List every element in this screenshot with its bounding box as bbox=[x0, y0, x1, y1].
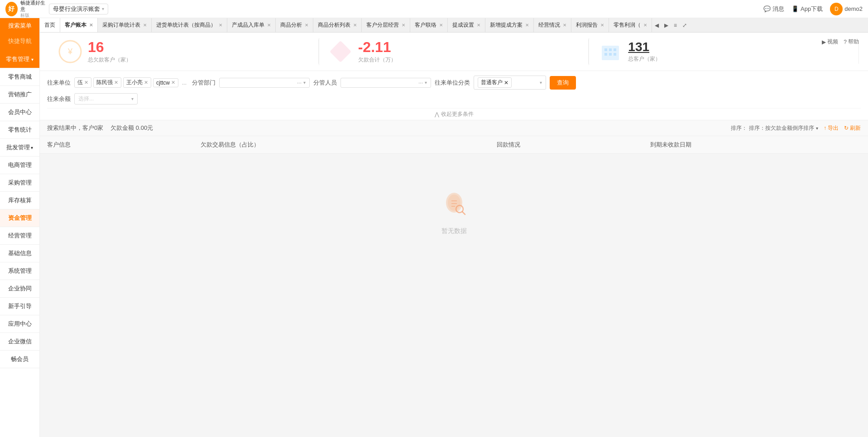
remove-tag-wu[interactable]: ✕ bbox=[84, 80, 88, 86]
stats-bar: ¥ 16 总欠款客户（家） -2.11 欠款合计（万） bbox=[40, 33, 868, 71]
industry-selector[interactable]: 母婴行业演示账套 ▾ bbox=[49, 4, 108, 14]
filter-tag-wu[interactable]: 伍 ✕ bbox=[74, 77, 91, 88]
stat-debt-amount-text: -2.11 欠款合计（万） bbox=[358, 40, 396, 64]
remove-tag-cjttcw[interactable]: ✕ bbox=[171, 80, 175, 86]
sidebar-item-purchase-mgmt[interactable]: 采购管理 bbox=[0, 174, 39, 192]
unit-cat-selector[interactable]: 普通客户 ✕ ▾ bbox=[474, 76, 546, 90]
dept-dots: ··· bbox=[297, 80, 302, 86]
tab-close-icon[interactable]: ✕ bbox=[143, 23, 147, 28]
remove-unit-cat[interactable]: ✕ bbox=[504, 80, 508, 86]
sidebar-item-marketing[interactable]: 营销推广 bbox=[0, 86, 39, 104]
tab-product-analysis-list[interactable]: 商品分析列表 ✕ bbox=[313, 18, 362, 32]
tab-retail-profit[interactable]: 零售利润（ ✕ bbox=[609, 18, 652, 32]
video-btn[interactable]: ▶ 视频 bbox=[822, 38, 838, 46]
sidebar-item-app-center[interactable]: 应用中心 bbox=[0, 315, 39, 333]
sidebar-search[interactable]: 搜索菜单 bbox=[0, 18, 39, 33]
tab-profit-report[interactable]: 利润报告 ✕ bbox=[571, 18, 609, 32]
tab-add-commission-plan[interactable]: 新增提成方案 ✕ bbox=[485, 18, 534, 32]
sidebar-item-inventory[interactable]: 库存核算 bbox=[0, 192, 39, 209]
user-menu[interactable]: D demo2 bbox=[830, 3, 863, 15]
main-layout: 搜索菜单 快捷导航 零售管理 ▾ 零售商城 营销推广 会员中心 零售统计 批发管… bbox=[0, 18, 868, 437]
tab-close-icon[interactable]: ✕ bbox=[267, 23, 271, 28]
filter-tag-chen[interactable]: 陈民强 ✕ bbox=[93, 77, 121, 88]
col-overdue-date: 到期未收款日期 bbox=[643, 136, 868, 154]
sidebar-item-retail-mall[interactable]: 零售商城 bbox=[0, 68, 39, 86]
tab-home[interactable]: 首页 bbox=[40, 18, 60, 32]
dept-selector[interactable]: ··· ▾ bbox=[219, 78, 310, 88]
collapse-bar[interactable]: ⋀ 收起更多条件 bbox=[47, 108, 861, 120]
tab-close-icon[interactable]: ✕ bbox=[353, 23, 357, 28]
table-header-row: 客户信息 欠款交易信息（占比） 回款情况 到期未收款日期 bbox=[40, 136, 868, 154]
tab-close-icon[interactable]: ✕ bbox=[402, 23, 405, 28]
sidebar-item-retail-mgmt[interactable]: 零售管理 ▾ bbox=[0, 51, 39, 68]
app-download-btn[interactable]: 📱 App下载 bbox=[791, 5, 823, 13]
tab-commission-settings[interactable]: 提成设置 ✕ bbox=[448, 18, 485, 32]
balance-selector[interactable]: 选择... ▾ bbox=[74, 93, 138, 104]
tab-expand-btn[interactable]: ⤢ bbox=[680, 18, 690, 32]
person-selector[interactable]: ··· ▾ bbox=[340, 78, 431, 88]
tab-close-icon[interactable]: ✕ bbox=[219, 23, 222, 28]
sidebar-item-vip-member[interactable]: 畅会员 bbox=[0, 351, 39, 368]
sidebar-item-finance-mgmt[interactable]: 资金管理 bbox=[0, 209, 39, 227]
filter-row-1: 往来单位 伍 ✕ 陈民强 ✕ 王小亮 ✕ cjttcw ✕ ... 分管部门 ·… bbox=[47, 76, 861, 90]
refresh-icon: ↻ bbox=[844, 125, 849, 131]
tab-close-icon[interactable]: ✕ bbox=[643, 23, 647, 28]
tab-close-icon[interactable]: ✕ bbox=[89, 23, 93, 28]
remove-tag-wang[interactable]: ✕ bbox=[144, 80, 148, 86]
messages-btn[interactable]: 💬 消息 bbox=[763, 5, 784, 13]
sidebar-item-retail-stats[interactable]: 零售统计 bbox=[0, 121, 39, 139]
tab-import-stats-by-product[interactable]: 进货单统计表（按商品） ✕ bbox=[152, 18, 227, 32]
tab-next-btn[interactable]: ▶ bbox=[662, 18, 671, 32]
owner-unit-tags: 伍 ✕ 陈民强 ✕ 王小亮 ✕ cjttcw ✕ ... bbox=[74, 77, 188, 88]
remove-tag-chen[interactable]: ✕ bbox=[114, 80, 118, 86]
logo-icon: 好 bbox=[5, 2, 18, 16]
top-bar-left: 好 畅捷通好生意 标版 母婴行业演示账套 ▾ bbox=[5, 0, 108, 18]
balance-chevron-icon: ▾ bbox=[131, 96, 134, 101]
tab-product-analysis[interactable]: 商品分析 ✕ bbox=[276, 18, 313, 32]
sidebar-item-system-mgmt[interactable]: 系统管理 bbox=[0, 262, 39, 280]
stat-total-customers: 131 总客户（家） bbox=[589, 39, 859, 64]
debt-customers-icon: ¥ bbox=[58, 39, 82, 64]
filter-tag-wang[interactable]: 王小亮 ✕ bbox=[123, 77, 151, 88]
tab-close-icon[interactable]: ✕ bbox=[477, 23, 480, 28]
refresh-button[interactable]: ↻ 刷新 bbox=[844, 124, 861, 132]
tab-close-icon[interactable]: ✕ bbox=[305, 23, 308, 28]
query-button[interactable]: 查询 bbox=[550, 76, 576, 90]
tab-operations[interactable]: 经营情况 ✕ bbox=[534, 18, 571, 32]
tab-close-icon[interactable]: ✕ bbox=[439, 23, 443, 28]
sidebar-item-operation-mgmt[interactable]: 经营管理 bbox=[0, 227, 39, 245]
debt-icon-svg bbox=[328, 39, 353, 64]
sidebar-item-enterprise-coop[interactable]: 企业协同 bbox=[0, 280, 39, 298]
table-empty-row: 暂无数据 bbox=[40, 154, 868, 267]
filter-more-tags[interactable]: ... bbox=[180, 79, 188, 87]
export-icon: ↑ bbox=[824, 125, 826, 131]
sidebar-item-member-center[interactable]: 会员中心 bbox=[0, 104, 39, 121]
tab-close-icon[interactable]: ✕ bbox=[563, 23, 566, 28]
tab-customer-accounts[interactable]: 客户账本 ✕ bbox=[60, 18, 98, 32]
tab-close-icon[interactable]: ✕ bbox=[600, 23, 604, 28]
tab-menu-btn[interactable]: ≡ bbox=[671, 18, 680, 32]
top-bar-right: 💬 消息 📱 App下载 D demo2 bbox=[763, 3, 863, 15]
tab-customer-segment[interactable]: 客户分层经营 ✕ bbox=[362, 18, 410, 32]
col-repayment: 回款情况 bbox=[489, 136, 643, 154]
sidebar-item-enterprise-wechat[interactable]: 企业微信 bbox=[0, 333, 39, 351]
tab-purchase-order-stats[interactable]: 采购订单统计表 ✕ bbox=[98, 18, 152, 32]
debt-customers-label: 总欠款客户（家） bbox=[88, 56, 131, 64]
help-btn[interactable]: ? 帮助 bbox=[844, 38, 859, 46]
empty-state: 暂无数据 bbox=[47, 158, 861, 262]
tab-close-icon[interactable]: ✕ bbox=[525, 23, 529, 28]
play-icon: ▶ bbox=[822, 39, 826, 45]
sidebar-item-basic-info[interactable]: 基础信息 bbox=[0, 245, 39, 262]
export-button[interactable]: ↑ 导出 bbox=[824, 124, 839, 132]
filter-area: 往来单位 伍 ✕ 陈民强 ✕ 王小亮 ✕ cjttcw ✕ ... 分管部门 ·… bbox=[40, 71, 868, 120]
unit-cat-tag[interactable]: 普通客户 ✕ bbox=[478, 77, 512, 88]
tab-production-inbound[interactable]: 产成品入库单 ✕ bbox=[227, 18, 276, 32]
sidebar-item-ecommerce-mgmt[interactable]: 电商管理 bbox=[0, 157, 39, 174]
sidebar-item-new-guide[interactable]: 新手引导 bbox=[0, 298, 39, 315]
filter-tag-cjttcw[interactable]: cjttcw ✕ bbox=[153, 78, 178, 87]
tab-customer-contact[interactable]: 客户联络 ✕ bbox=[410, 18, 448, 32]
sort-selector[interactable]: 排序： 排序：按欠款金额倒序排序 ▾ bbox=[731, 124, 818, 132]
sidebar-item-quick-nav[interactable]: 快捷导航 bbox=[3, 35, 37, 47]
tab-prev-btn[interactable]: ◀ bbox=[652, 18, 662, 32]
sidebar-item-wholesale-mgmt[interactable]: 批发管理 ▾ bbox=[0, 139, 39, 157]
